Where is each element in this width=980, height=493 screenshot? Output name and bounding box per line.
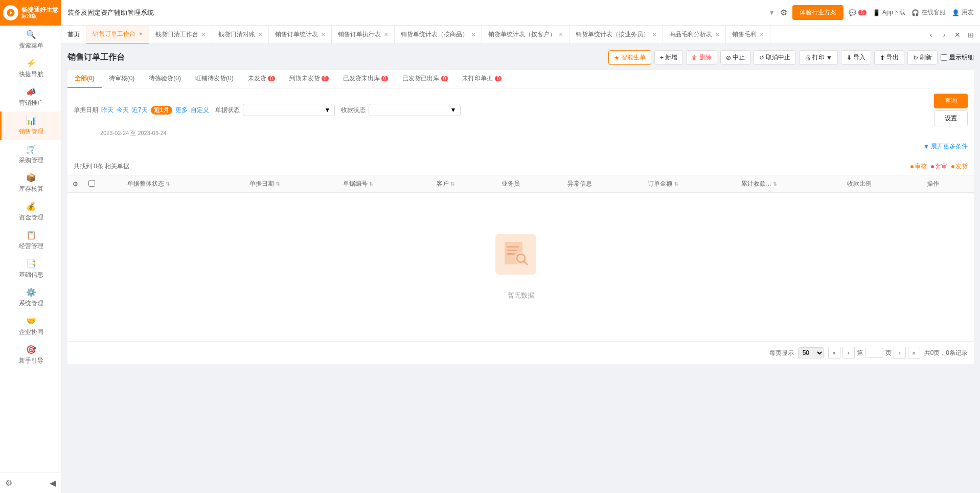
tab-cash-daily[interactable]: 钱货日清工作台 ✕	[149, 26, 212, 44]
svg-rect-1	[507, 246, 519, 248]
show-detail-checkbox[interactable]	[941, 54, 947, 61]
page-first-btn[interactable]: «	[828, 347, 840, 359]
sidebar-item-operation[interactable]: 📋 经营管理	[0, 226, 61, 255]
tab-sales-more[interactable]: 销售毛利 ✕	[726, 26, 770, 44]
tab-prev-btn[interactable]: ‹	[925, 29, 937, 41]
sidebar-item-basic-info[interactable]: 📑 基础信息	[0, 255, 61, 283]
sort-date-icon[interactable]: ⇅	[276, 181, 280, 187]
date-option-custom[interactable]: 自定义	[191, 106, 209, 115]
smart-generate-btn[interactable]: ★ 智能生单	[608, 50, 651, 65]
sidebar-item-system[interactable]: ⚙️ 系统管理	[0, 283, 61, 312]
tab-close-sales-exec[interactable]: ✕	[384, 32, 388, 37]
page-prev-btn[interactable]: ‹	[842, 347, 855, 359]
tab-sales-exec[interactable]: 销售订单执行表 ✕	[332, 26, 395, 44]
online-support-btn[interactable]: 🎧 在线客服	[911, 8, 946, 17]
sidebar-item-quick-nav[interactable]: ⚡ 快捷导航	[0, 54, 61, 83]
tab-home[interactable]: 首页	[61, 26, 86, 44]
tab-close-all-btn[interactable]: ✕	[951, 29, 964, 41]
sidebar-item-purchase[interactable]: 🛒 采购管理	[0, 140, 61, 169]
payment-select[interactable]: ▼	[369, 104, 461, 116]
page-last-btn[interactable]: »	[908, 347, 920, 359]
date-option-more[interactable]: 更多	[175, 106, 188, 115]
experience-btn[interactable]: 体验行业方案	[792, 5, 844, 20]
tab-sales-stats[interactable]: 销售订单统计表 ✕	[269, 26, 332, 44]
collapse-icon[interactable]: ◀	[50, 478, 56, 488]
filter-tab-all[interactable]: 全部(0)	[67, 70, 102, 88]
import-btn[interactable]: ⬇ 导入	[841, 50, 871, 65]
sidebar-item-marketing[interactable]: 📣 营销推广	[0, 83, 61, 111]
sidebar-item-label: 库存核算	[19, 185, 43, 193]
sidebar-item-inventory[interactable]: 📦 库存核算	[0, 169, 61, 197]
app-download-btn[interactable]: 📱 App下载	[873, 8, 905, 17]
cancel-review-op-btn[interactable]: 弃审	[931, 162, 947, 171]
topbar-settings-icon[interactable]: ⚙	[780, 8, 787, 17]
select-all-checkbox[interactable]	[88, 180, 95, 187]
tab-sales-by-customer[interactable]: 销货单统计表（按客户） ✕	[482, 26, 569, 44]
empty-text: 暂无数据	[508, 291, 534, 300]
tab-expand-btn[interactable]: ⊞	[965, 29, 977, 41]
sort-amount-icon[interactable]: ⇅	[674, 181, 678, 187]
filter-tab-not-shipped[interactable]: 未发货 0	[241, 70, 282, 88]
sidebar-item-enterprise[interactable]: 🤝 企业协同	[0, 312, 61, 341]
sort-status-icon[interactable]: ⇅	[166, 181, 170, 187]
refresh-btn[interactable]: ↻ 刷新	[907, 50, 938, 65]
filter-tab-shipped-not-out[interactable]: 已发货未出库 0	[336, 70, 396, 88]
tab-close-sales-by-staff[interactable]: ✕	[652, 32, 656, 37]
sidebar-item-search[interactable]: 🔍 搜索菜单	[0, 26, 61, 54]
message-btn[interactable]: 💬 6	[849, 9, 867, 16]
filter-tab-pending-review[interactable]: 待审核(0)	[102, 70, 142, 88]
th-amount: 订单金额 ⇅	[643, 175, 736, 193]
tab-sales-workbench[interactable]: 销售订单工作台 ✕	[86, 26, 149, 44]
date-option-1month[interactable]: 近1月	[151, 106, 173, 115]
delete-btn[interactable]: 🗑 删除	[686, 50, 717, 65]
settings-icon[interactable]: ⚙	[5, 478, 12, 488]
page-num-input[interactable]: 1	[865, 348, 883, 358]
query-btn[interactable]: 查询	[934, 94, 968, 108]
setting-btn[interactable]: 设置	[934, 110, 968, 126]
th-checkbox[interactable]	[83, 175, 122, 193]
sidebar-item-guide[interactable]: 🎯 新手引导	[0, 341, 61, 369]
sort-collected-icon[interactable]: ⇅	[773, 181, 777, 187]
tab-close-sales-by-customer[interactable]: ✕	[559, 32, 563, 37]
add-btn[interactable]: + 新增	[654, 50, 683, 65]
tab-cash-reconcile[interactable]: 钱货日清对账 ✕	[212, 26, 269, 44]
tab-close-margin-table[interactable]: ✕	[715, 32, 719, 37]
cancel-stop-btn[interactable]: ↺ 取消中止	[754, 50, 796, 65]
tab-close-sales-workbench[interactable]: ✕	[139, 31, 143, 37]
dropdown-arrow-icon[interactable]: ▼	[769, 9, 775, 16]
tab-close-sales-more[interactable]: ✕	[760, 32, 764, 37]
filter-tab-wangpu[interactable]: 旺铺待发货(0)	[188, 70, 241, 88]
expand-conditions-btn[interactable]: ▼ 展开更多条件	[923, 142, 968, 151]
user-btn[interactable]: 👤 用友	[952, 8, 974, 17]
tab-close-cash-daily[interactable]: ✕	[201, 32, 206, 37]
export-btn[interactable]: ⬆ 导出	[874, 50, 904, 65]
tab-close-sales-stats[interactable]: ✕	[321, 32, 325, 37]
date-option-today[interactable]: 今天	[117, 106, 129, 115]
tab-close-sales-by-product[interactable]: ✕	[471, 32, 475, 37]
ship-op-btn[interactable]: 发货	[951, 162, 968, 171]
sidebar-item-finance[interactable]: 💰 资金管理	[0, 197, 61, 226]
tab-sales-by-product[interactable]: 销货单统计表（按商品） ✕	[395, 26, 482, 44]
per-page-select[interactable]: 50 20 100	[798, 347, 824, 358]
tab-close-cash-reconcile[interactable]: ✕	[258, 32, 262, 37]
tab-next-btn[interactable]: ›	[938, 29, 950, 41]
filter-tab-expired[interactable]: 到期未发货 0	[282, 70, 336, 88]
print-btn[interactable]: 🖨 打印 ▼	[799, 50, 838, 65]
sort-number-icon[interactable]: ⇅	[369, 181, 373, 187]
sort-customer-icon[interactable]: ⇅	[450, 181, 454, 187]
date-option-yesterday[interactable]: 昨天	[101, 106, 113, 115]
review-op-btn[interactable]: 审核	[910, 162, 927, 171]
page-next-btn[interactable]: ›	[894, 347, 906, 359]
sidebar-item-sales[interactable]: 📊 销售管理	[0, 111, 61, 140]
show-detail-label[interactable]: 显示明细	[941, 53, 974, 62]
filter-tab-shipped-out[interactable]: 已发货已出库 0	[395, 70, 455, 88]
filter-tab-not-printed[interactable]: 未打印单据 0	[455, 70, 509, 88]
stop-btn[interactable]: ⊘ 中止	[720, 50, 750, 65]
th-settings[interactable]: ⚙	[67, 175, 83, 193]
date-option-7days[interactable]: 近7天	[132, 106, 148, 115]
filter-tab-pending-inspect[interactable]: 待拣验货(0)	[142, 70, 188, 88]
tab-sales-by-staff[interactable]: 销货单统计表（按业务员） ✕	[569, 26, 663, 44]
cancel-icon: ↺	[759, 54, 764, 61]
tab-margin-table[interactable]: 商品毛利分析表 ✕	[663, 26, 726, 44]
status-select[interactable]: ▼	[243, 104, 335, 116]
